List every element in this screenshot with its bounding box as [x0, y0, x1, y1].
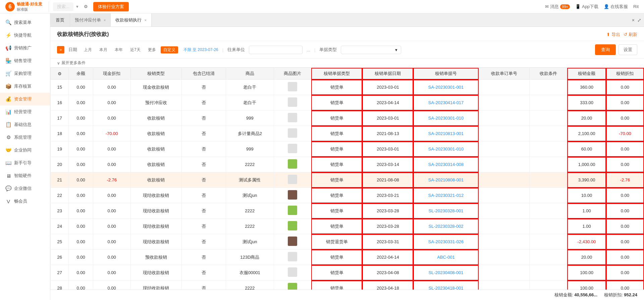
partner-input[interactable] — [249, 46, 303, 54]
date-btn-last-month[interactable]: 上月 — [81, 46, 95, 53]
wechat-icon: 💬 — [5, 185, 11, 191]
table-row: 25 0.00 0.00 现结收款核销 否 测试jun 销货退货单 2023-0… — [51, 234, 644, 250]
cell-product-img — [274, 188, 311, 203]
table-row: 20 0.00 0.00 收款核销 否 2222 销货单 2023-03-14 … — [51, 157, 644, 172]
expand-label: 展开更多条件 — [61, 60, 86, 66]
top-bar: 6 畅捷通-好生意 标准版 搜索... ▾ ⚙ 体验行业方案 ✉ 消息 99+ … — [0, 0, 644, 13]
settings-icon[interactable]: ⚙ — [81, 2, 91, 11]
table-row: 22 0.00 0.00 现结收款核销 否 测试jun 销货单 2023-03-… — [51, 188, 644, 203]
app-download-btn[interactable]: 📱 App下载 — [575, 4, 598, 10]
voucher-no-link[interactable]: SA-20230314-008 — [428, 162, 464, 167]
voucher-no-link[interactable]: SA-20230414-017 — [428, 100, 464, 105]
voucher-type-label: 单据类型 — [319, 47, 337, 53]
sidebar-item-member[interactable]: V 畅会员 — [0, 195, 50, 208]
date-btn-this-year[interactable]: 本年 — [112, 46, 125, 53]
sidebar-item-basic[interactable]: 📋 基础信息 — [0, 118, 50, 131]
table-settings-btn[interactable]: 设置 — [619, 44, 637, 55]
tab-home[interactable]: 首页 — [50, 13, 70, 27]
voucher-no-link[interactable]: SL-20230328-002 — [429, 224, 464, 229]
cell-voucher-no: SA-20210813-001 — [413, 126, 478, 141]
table-row: 19 0.00 0.00 收款核销 否 999 销货单 2023-03-01 S… — [51, 141, 644, 157]
export-btn[interactable]: ⬆ 导出 — [606, 32, 620, 38]
cell-cancel-type: 收款核销 — [130, 172, 181, 188]
voucher-no-link[interactable]: SA-20230301-010 — [428, 116, 464, 121]
cell-cancel-type: 预付冲应收 — [130, 95, 181, 111]
sidebar-item-purchase[interactable]: 🛒 采购管理 — [0, 67, 50, 80]
industry-btn[interactable]: 体验行业方案 — [93, 2, 129, 11]
voucher-no-link[interactable]: SL-20230408-001 — [429, 270, 464, 275]
tab-cancel-close[interactable]: × — [144, 18, 146, 22]
date-btn-7days[interactable]: 近7天 — [127, 46, 143, 53]
tab-expand[interactable]: ⤢ — [637, 17, 641, 23]
cell-voucher-type: 销货单 — [311, 250, 362, 265]
tab-prepay[interactable]: 预付冲应付单 × — [70, 13, 111, 27]
sales-icon: 🏪 — [5, 58, 11, 64]
tab-cancel[interactable]: 收款核销执行 × — [111, 13, 151, 27]
refresh-btn[interactable]: ↺ 刷新 — [624, 32, 637, 38]
sidebar-item-guide[interactable]: 📖 新手引导 — [0, 157, 50, 169]
cell-cash-discount: 0.00 — [93, 95, 130, 111]
sidebar-item-management[interactable]: 📊 经营管理 — [0, 105, 50, 118]
tab-prepay-label: 预付冲应付单 — [75, 17, 101, 23]
cell-balance: 0.00 — [69, 141, 93, 157]
voucher-no-link[interactable]: SA-20230321-012 — [428, 193, 464, 198]
voucher-no-link[interactable]: SA-20230301-010 — [428, 146, 464, 152]
cell-cancel-type: 现结收款核销 — [130, 234, 181, 250]
cell-id: 21 — [51, 172, 69, 188]
sidebar-item-hardware[interactable]: 🖥 智能硬件 — [0, 169, 50, 182]
cell-receipt-condition — [530, 111, 567, 126]
cell-id: 20 — [51, 157, 69, 172]
cell-cancel-amount: 1.00 — [567, 203, 606, 219]
cell-receipt-condition — [530, 234, 567, 250]
voucher-no-link[interactable]: SA-20230301-001 — [428, 85, 464, 90]
online-service-btn[interactable]: 👤 在线客服 — [604, 4, 628, 10]
date-btn-more[interactable]: 更多 — [145, 46, 159, 53]
messages-badge: 99+ — [560, 4, 570, 9]
sidebar-item-inventory[interactable]: 📦 库存核算 — [0, 80, 50, 93]
messages-btn[interactable]: ✉ 消息 99+ — [545, 4, 570, 10]
filter-toggle-btn[interactable]: » — [57, 46, 64, 53]
marketing-icon: 📢 — [5, 45, 11, 51]
voucher-type-select[interactable]: ▾ — [341, 46, 401, 54]
date-btn-custom[interactable]: 自定义 — [161, 46, 178, 53]
sidebar-item-sales[interactable]: 🏪 销售管理 — [0, 54, 50, 67]
page-actions: ⬆ 导出 ↺ 刷新 — [606, 32, 637, 38]
sidebar-item-search[interactable]: 🔍 搜索菜单 — [0, 16, 50, 29]
voucher-no-link[interactable]: SL-20230328-001 — [429, 208, 464, 213]
sidebar-item-finance[interactable]: 💰 资金管理 — [0, 93, 50, 105]
sidebar-item-enterprise[interactable]: 🤝 企业协同 — [0, 144, 50, 157]
tab-close-all[interactable]: × — [632, 17, 635, 23]
voucher-no-link[interactable]: SA-20210813-001 — [428, 131, 464, 136]
main-table: ⚙ 余额 现金折扣 核销类型 包含已结清 商品 商品图片 核销单据类型 核销单据… — [50, 68, 644, 290]
tab-prepay-close[interactable]: × — [104, 18, 106, 22]
sidebar-item-quick[interactable]: ⚡ 快捷导航 — [0, 29, 50, 42]
sidebar-label-hardware: 智能硬件 — [14, 173, 32, 179]
cell-cancel-amount: 360.00 — [567, 80, 606, 95]
top-breadcrumb[interactable]: 搜索... — [53, 2, 73, 11]
cell-cancel-type: 收款核销 — [130, 157, 181, 172]
voucher-no-link[interactable]: SA-20210808-001 — [428, 177, 464, 182]
cell-id: 19 — [51, 141, 69, 157]
cell-product-img — [274, 219, 311, 234]
voucher-no-link[interactable]: SA-20230331-026 — [428, 239, 464, 244]
date-btn-this-month[interactable]: 本月 — [97, 46, 110, 53]
cell-voucher-type: 销货单 — [311, 188, 362, 203]
cell-balance: 0.00 — [69, 234, 93, 250]
cell-receipt-condition — [530, 250, 567, 265]
enterprise-icon: 🤝 — [5, 147, 11, 153]
cell-receipt-condition — [530, 219, 567, 234]
cell-product: 多计量商品2 — [226, 126, 274, 141]
cell-voucher-type: 销货单 — [311, 172, 362, 188]
sidebar-item-system[interactable]: ⚙ 系统管理 — [0, 131, 50, 144]
voucher-no-link[interactable]: SL-20230418-001 — [429, 286, 464, 290]
query-btn[interactable]: 查询 — [595, 44, 616, 55]
sidebar-item-marketing[interactable]: 📢 营销推广 — [0, 42, 50, 54]
cell-include-settled: 否 — [181, 126, 226, 141]
cell-cash-discount: 0.00 — [93, 250, 130, 265]
voucher-no-link[interactable]: ABC-001 — [437, 255, 455, 260]
user-name[interactable]: Rit — [633, 4, 639, 9]
cell-include-settled: 否 — [181, 80, 226, 95]
expand-conditions-btn[interactable]: ∨ 展开更多条件 — [50, 60, 644, 66]
partner-dots[interactable]: ... — [307, 47, 310, 52]
sidebar-item-wechat[interactable]: 💬 企业微信 — [0, 182, 50, 195]
